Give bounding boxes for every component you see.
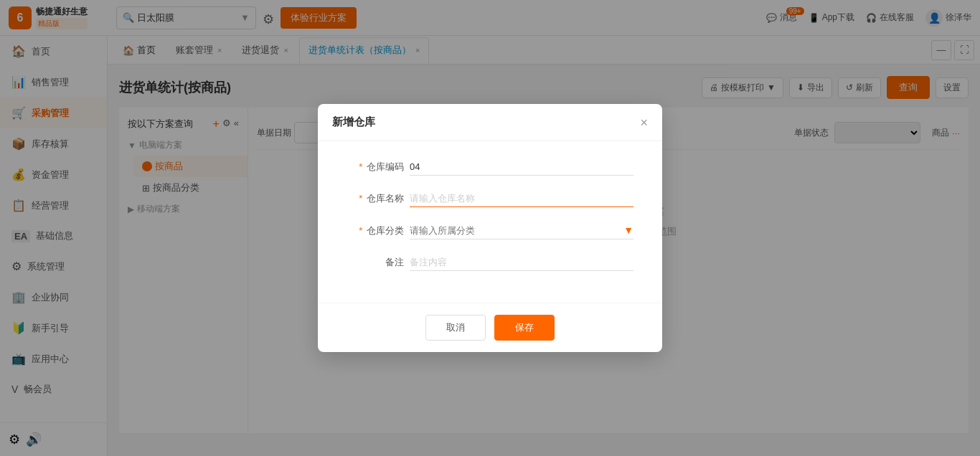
warehouse-name-input[interactable] [410, 190, 633, 207]
form-row-category: * 仓库分类 ▼ [347, 222, 633, 239]
category-select-wrapper[interactable]: ▼ [410, 222, 633, 239]
form-row-name: * 仓库名称 [347, 190, 633, 207]
modal-header: 新增仓库 × [318, 104, 662, 141]
name-label: * 仓库名称 [347, 192, 404, 205]
add-warehouse-modal: 新增仓库 × * 仓库编码 * 仓库名称 [318, 104, 662, 352]
note-input[interactable] [410, 254, 633, 271]
category-label: * 仓库分类 [347, 224, 404, 237]
modal-overlay[interactable]: 新增仓库 × * 仓库编码 * 仓库名称 [0, 0, 980, 456]
form-row-note: 备注 [347, 254, 633, 271]
cancel-btn[interactable]: 取消 [425, 315, 486, 341]
code-label: * 仓库编码 [347, 161, 404, 174]
modal-close-btn[interactable]: × [640, 116, 648, 129]
note-label: 备注 [347, 256, 404, 269]
warehouse-code-input[interactable] [410, 158, 633, 176]
modal-footer: 取消 保存 [318, 303, 662, 352]
modal-title: 新增仓库 [332, 115, 375, 129]
category-input[interactable] [410, 225, 623, 236]
form-row-code: * 仓库编码 [347, 158, 633, 176]
category-dropdown-icon: ▼ [623, 224, 633, 236]
modal-body: * 仓库编码 * 仓库名称 * 仓库分类 [318, 141, 662, 303]
save-btn[interactable]: 保存 [494, 315, 555, 341]
